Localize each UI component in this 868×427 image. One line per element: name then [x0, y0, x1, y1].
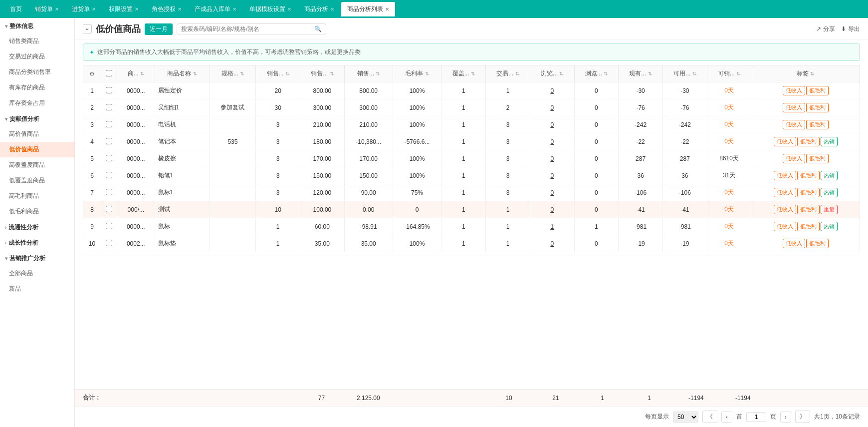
- close-icon[interactable]: ✕: [135, 6, 139, 12]
- page-input[interactable]: [746, 412, 766, 422]
- page-size-select[interactable]: 50 100 200: [673, 412, 698, 423]
- sidebar-section-overview[interactable]: ▾ 整体信息: [0, 18, 74, 33]
- browse-link[interactable]: 0: [550, 206, 554, 213]
- sidebar-item-traded-goods[interactable]: 交易过的商品: [0, 49, 74, 64]
- sidebar-item-low-margin[interactable]: 低毛利商品: [0, 204, 74, 219]
- sidebar-item-high-value[interactable]: 高价值商品: [0, 126, 74, 142]
- sidebar-section-growth[interactable]: › 成长性分析: [0, 235, 74, 250]
- prev-page-button[interactable]: ‹: [721, 412, 732, 423]
- tag-item: 低毛利: [806, 154, 829, 163]
- nav-template-settings[interactable]: 单据模板设置 ✕: [243, 2, 297, 16]
- collapse-sidebar-button[interactable]: «: [83, 24, 92, 33]
- sidebar-section-liquidity[interactable]: › 流通性分析: [0, 219, 74, 235]
- col-current[interactable]: 现有... ⇅: [619, 65, 663, 82]
- col-spec[interactable]: 规格... ⇅: [210, 65, 256, 82]
- close-icon[interactable]: ✕: [92, 6, 96, 12]
- sidebar-item-high-margin[interactable]: 高毛利商品: [0, 188, 74, 204]
- cell-checkbox[interactable]: [101, 133, 117, 150]
- sidebar-item-all-goods[interactable]: 全部商品: [0, 266, 74, 281]
- cell-checkbox[interactable]: [101, 235, 117, 252]
- nav-role-auth[interactable]: 角色授权 ✕: [146, 2, 188, 16]
- col-browse2[interactable]: 浏览... ⇅: [574, 65, 619, 82]
- close-icon[interactable]: ✕: [232, 6, 236, 12]
- cell-checkbox[interactable]: [101, 150, 117, 167]
- cell-checkbox[interactable]: [101, 99, 117, 116]
- col-margin[interactable]: 毛利率 ⇅: [393, 65, 441, 82]
- browse-link[interactable]: 0: [550, 87, 554, 94]
- export-button[interactable]: ⬇ 导出: [841, 25, 860, 33]
- col-transaction[interactable]: 交易... ⇅: [486, 65, 530, 82]
- sidebar-section-contribution[interactable]: ▾ 贡献值分析: [0, 111, 74, 126]
- col-sale-profit[interactable]: 销售... ⇅: [344, 65, 393, 82]
- col-coverage[interactable]: 覆盖... ⇅: [441, 65, 486, 82]
- time-filter-button[interactable]: 近一月: [145, 23, 173, 35]
- col-available[interactable]: 可用... ⇅: [662, 65, 707, 82]
- browse-link[interactable]: 0: [550, 240, 554, 247]
- row-checkbox[interactable]: [106, 189, 112, 195]
- close-icon[interactable]: ✕: [178, 6, 182, 12]
- sidebar-item-new-goods[interactable]: 新品: [0, 281, 74, 297]
- nav-purchase-order[interactable]: 进货单 ✕: [66, 2, 102, 16]
- nav-permissions[interactable]: 权限设置 ✕: [103, 2, 145, 16]
- cell-available: -106: [662, 184, 707, 201]
- next-page-button[interactable]: ›: [780, 412, 791, 423]
- close-icon[interactable]: ✕: [385, 6, 389, 12]
- cell-checkbox[interactable]: [101, 116, 117, 133]
- cell-margin: 100%: [393, 150, 441, 167]
- row-checkbox[interactable]: [106, 104, 112, 110]
- cell-checkbox[interactable]: [101, 201, 117, 218]
- col-settings[interactable]: ⚙: [83, 65, 101, 82]
- last-page-button[interactable]: 》: [795, 411, 810, 423]
- nav-product-warehouse[interactable]: 产成品入库单 ✕: [189, 2, 242, 16]
- browse-link[interactable]: 0: [550, 104, 554, 111]
- sidebar-item-high-coverage[interactable]: 高覆盖度商品: [0, 157, 74, 173]
- cell-checkbox[interactable]: [101, 82, 117, 99]
- cell-checkbox[interactable]: [101, 218, 117, 235]
- sidebar-section-marketing[interactable]: ▾ 营销推广分析: [0, 250, 74, 266]
- select-all-checkbox[interactable]: [106, 70, 112, 76]
- close-icon[interactable]: ✕: [330, 6, 334, 12]
- col-saleable[interactable]: 可销... ⇅: [707, 65, 751, 82]
- cell-sale-profit: 800.00: [344, 82, 393, 99]
- nav-product-analysis[interactable]: 商品分析 ✕: [298, 2, 340, 16]
- row-checkbox[interactable]: [106, 206, 112, 212]
- browse-link[interactable]: 1: [550, 223, 554, 230]
- close-icon[interactable]: ✕: [55, 6, 59, 12]
- cell-margin: -5766.6...: [393, 133, 441, 150]
- search-input[interactable]: [181, 25, 312, 32]
- nav-home[interactable]: 首页: [4, 2, 28, 16]
- search-icon[interactable]: 🔍: [314, 25, 322, 32]
- row-checkbox[interactable]: [106, 121, 112, 127]
- share-button[interactable]: ↗ 分享: [816, 25, 835, 33]
- row-checkbox[interactable]: [106, 223, 112, 229]
- col-name[interactable]: 商品名称 ⇅: [155, 65, 210, 82]
- browse-link[interactable]: 0: [550, 172, 554, 179]
- col-sale-amount[interactable]: 销售... ⇅: [300, 65, 345, 82]
- close-icon[interactable]: ✕: [287, 6, 291, 12]
- row-checkbox[interactable]: [106, 87, 112, 93]
- sidebar-item-low-value[interactable]: 低价值商品: [0, 142, 74, 157]
- first-page-button[interactable]: 《: [702, 411, 717, 423]
- nav-product-analysis-list[interactable]: 商品分析列表 ✕: [341, 2, 395, 16]
- sidebar-item-low-coverage[interactable]: 低覆盖度商品: [0, 173, 74, 188]
- share-icon: ↗: [816, 25, 821, 32]
- row-checkbox[interactable]: [106, 138, 112, 144]
- browse-link[interactable]: 0: [550, 155, 554, 162]
- sidebar-item-category-rate[interactable]: 商品分类销售率: [0, 64, 74, 80]
- col-browse1[interactable]: 浏览... ⇅: [530, 65, 574, 82]
- row-checkbox[interactable]: [106, 240, 112, 246]
- row-checkbox[interactable]: [106, 172, 112, 178]
- row-checkbox[interactable]: [106, 155, 112, 161]
- col-sale-qty[interactable]: 销售... ⇅: [256, 65, 300, 82]
- sidebar-item-stock-goods[interactable]: 有库存的商品: [0, 80, 74, 95]
- cell-checkbox[interactable]: [101, 184, 117, 201]
- col-code[interactable]: 商... ⇅: [117, 65, 155, 82]
- col-tags[interactable]: 标签 ⇅: [751, 65, 860, 82]
- browse-link[interactable]: 0: [550, 121, 554, 128]
- nav-sales-order[interactable]: 销货单 ✕: [29, 2, 65, 16]
- cell-checkbox[interactable]: [101, 167, 117, 184]
- sidebar-item-sales-goods[interactable]: 销售类商品: [0, 33, 74, 49]
- browse-link[interactable]: 0: [550, 138, 554, 145]
- sidebar-item-stock-funds[interactable]: 库存资金占用: [0, 95, 74, 111]
- browse-link[interactable]: 0: [550, 189, 554, 196]
